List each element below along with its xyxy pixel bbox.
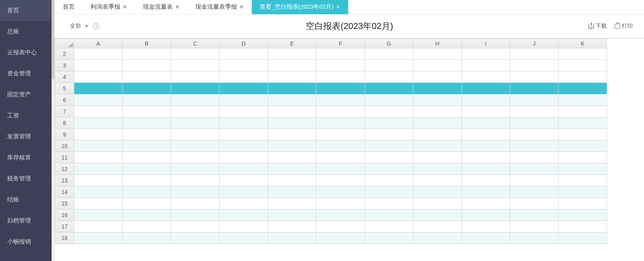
row-header-11[interactable]: 11 bbox=[55, 152, 74, 163]
cell-K15[interactable] bbox=[559, 198, 607, 209]
cell-D7[interactable] bbox=[220, 106, 268, 117]
cell-A15[interactable] bbox=[74, 198, 123, 209]
tab-2[interactable]: 现金流量表✕ bbox=[135, 0, 187, 14]
cell-K18[interactable] bbox=[559, 232, 607, 244]
column-header-D[interactable]: D bbox=[220, 39, 268, 48]
cell-I12[interactable] bbox=[462, 163, 510, 175]
cell-D6[interactable] bbox=[220, 94, 268, 106]
filter-dropdown[interactable]: 全部 ? bbox=[70, 23, 99, 30]
cell-G2[interactable] bbox=[365, 48, 413, 60]
cell-C18[interactable] bbox=[171, 232, 220, 244]
cell-H12[interactable] bbox=[413, 163, 462, 175]
cell-D18[interactable] bbox=[220, 232, 268, 244]
cell-A7[interactable] bbox=[74, 106, 123, 117]
row-header-8[interactable]: 8 bbox=[55, 117, 74, 129]
cell-H6[interactable] bbox=[413, 94, 462, 106]
cell-K4[interactable] bbox=[559, 71, 607, 83]
cell-E2[interactable] bbox=[268, 48, 316, 60]
cell-B16[interactable] bbox=[123, 209, 171, 221]
cell-H5[interactable] bbox=[413, 83, 462, 94]
cell-C7[interactable] bbox=[171, 106, 220, 117]
cell-A12[interactable] bbox=[74, 163, 123, 175]
cell-J7[interactable] bbox=[510, 106, 559, 117]
row-header-2[interactable]: 2 bbox=[55, 48, 74, 60]
sidebar-item-4[interactable]: 固定资产 bbox=[0, 84, 52, 105]
cell-I8[interactable] bbox=[462, 117, 510, 129]
cell-G18[interactable] bbox=[365, 232, 413, 244]
cell-C16[interactable] bbox=[171, 209, 220, 221]
cell-E5[interactable] bbox=[268, 83, 316, 94]
cell-I18[interactable] bbox=[462, 232, 510, 244]
cell-H8[interactable] bbox=[413, 117, 462, 129]
cell-A8[interactable] bbox=[74, 117, 123, 129]
cell-E3[interactable] bbox=[268, 60, 316, 71]
cell-E11[interactable] bbox=[268, 152, 316, 163]
cell-H10[interactable] bbox=[413, 140, 462, 152]
cell-D13[interactable] bbox=[220, 175, 268, 186]
cell-K9[interactable] bbox=[559, 129, 607, 140]
cell-I7[interactable] bbox=[462, 106, 510, 117]
cell-C12[interactable] bbox=[171, 163, 220, 175]
cell-J10[interactable] bbox=[510, 140, 559, 152]
cell-F5[interactable] bbox=[316, 83, 365, 94]
cell-J12[interactable] bbox=[510, 163, 559, 175]
sidebar-item-0[interactable]: 首页 bbox=[0, 0, 52, 21]
cell-A5[interactable] bbox=[74, 83, 123, 94]
cell-I9[interactable] bbox=[462, 129, 510, 140]
tab-1[interactable]: 利润表季报✕ bbox=[83, 0, 135, 14]
cell-A2[interactable] bbox=[74, 48, 123, 60]
cell-K7[interactable] bbox=[559, 106, 607, 117]
cell-B13[interactable] bbox=[123, 175, 171, 186]
cell-A4[interactable] bbox=[74, 71, 123, 83]
column-header-C[interactable]: C bbox=[171, 39, 220, 48]
cell-H2[interactable] bbox=[413, 48, 462, 60]
cell-K11[interactable] bbox=[559, 152, 607, 163]
tab-4[interactable]: 查看_空白报表(2023年02月)✕ bbox=[252, 0, 348, 14]
cell-G4[interactable] bbox=[365, 71, 413, 83]
cell-C3[interactable] bbox=[171, 60, 220, 71]
cell-G7[interactable] bbox=[365, 106, 413, 117]
row-header-13[interactable]: 13 bbox=[55, 175, 74, 186]
cell-D17[interactable] bbox=[220, 221, 268, 232]
cell-G3[interactable] bbox=[365, 60, 413, 71]
cell-K13[interactable] bbox=[559, 175, 607, 186]
cell-H4[interactable] bbox=[413, 71, 462, 83]
cell-J5[interactable] bbox=[510, 83, 559, 94]
cell-G10[interactable] bbox=[365, 140, 413, 152]
sidebar-item-3[interactable]: 资金管理 bbox=[0, 63, 52, 84]
sidebar-item-9[interactable]: 结账 bbox=[0, 189, 52, 210]
sidebar-item-7[interactable]: 库存核算 bbox=[0, 147, 52, 168]
cell-J4[interactable] bbox=[510, 71, 559, 83]
cell-C6[interactable] bbox=[171, 94, 220, 106]
sidebar-scroll-thumb[interactable] bbox=[52, 0, 54, 79]
cell-K2[interactable] bbox=[559, 48, 607, 60]
cell-E17[interactable] bbox=[268, 221, 316, 232]
cell-J2[interactable] bbox=[510, 48, 559, 60]
cell-F8[interactable] bbox=[316, 117, 365, 129]
cell-J8[interactable] bbox=[510, 117, 559, 129]
help-icon[interactable]: ? bbox=[93, 23, 99, 29]
sidebar-item-1[interactable]: 总账 bbox=[0, 21, 52, 42]
row-header-17[interactable]: 17 bbox=[55, 221, 74, 232]
column-header-I[interactable]: I bbox=[462, 39, 510, 48]
sidebar-item-6[interactable]: 发票管理 bbox=[0, 126, 52, 147]
cell-F12[interactable] bbox=[316, 163, 365, 175]
cell-J16[interactable] bbox=[510, 209, 559, 221]
cell-I6[interactable] bbox=[462, 94, 510, 106]
cell-J9[interactable] bbox=[510, 129, 559, 140]
row-header-3[interactable]: 3 bbox=[55, 60, 74, 71]
cell-A11[interactable] bbox=[74, 152, 123, 163]
cell-E7[interactable] bbox=[268, 106, 316, 117]
cell-A17[interactable] bbox=[74, 221, 123, 232]
cell-C5[interactable] bbox=[171, 83, 220, 94]
cell-B6[interactable] bbox=[123, 94, 171, 106]
cell-J3[interactable] bbox=[510, 60, 559, 71]
cell-C8[interactable] bbox=[171, 117, 220, 129]
cell-J13[interactable] bbox=[510, 175, 559, 186]
cell-A18[interactable] bbox=[74, 232, 123, 244]
cell-F3[interactable] bbox=[316, 60, 365, 71]
cell-I16[interactable] bbox=[462, 209, 510, 221]
cell-D8[interactable] bbox=[220, 117, 268, 129]
cell-D9[interactable] bbox=[220, 129, 268, 140]
cell-B18[interactable] bbox=[123, 232, 171, 244]
